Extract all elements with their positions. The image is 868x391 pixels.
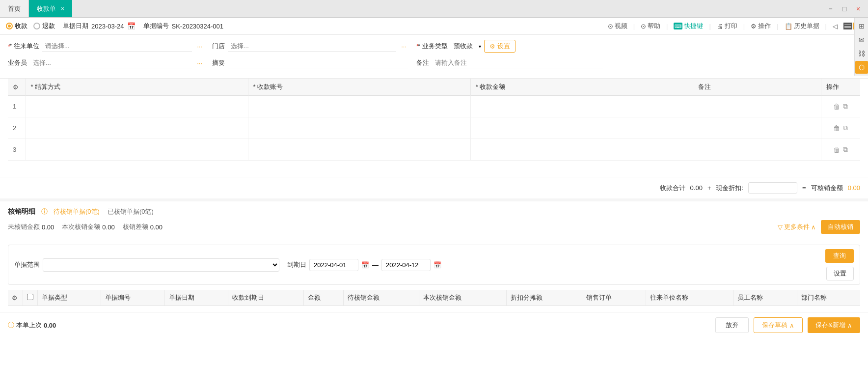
bottom-table: ⚙ 单据类型 单据编号 单据日期: [8, 290, 860, 306]
table-gear-icon[interactable]: ⚙: [13, 84, 19, 91]
history-button[interactable]: 📋 历史单据: [785, 22, 819, 30]
query-button[interactable]: 查询: [825, 249, 854, 263]
auto-verify-button[interactable]: 自动核销: [821, 220, 860, 234]
store-label: 门店: [212, 42, 225, 51]
filter-settings-button[interactable]: 设置: [826, 267, 854, 280]
counterpart-field: * * 往来单位 ···: [8, 41, 204, 52]
row-1-actions: 🗑 ⧉: [821, 96, 860, 117]
prev-button[interactable]: ◁: [833, 23, 838, 30]
col-amount: * 收款金额: [470, 79, 693, 96]
staff-field: 业务员 ···: [8, 57, 204, 68]
verify-stats: 未核销金额 0.00 本次核销金额 0.00 核销差额 0.00: [8, 223, 163, 231]
bottom-gear-icon[interactable]: ⚙: [12, 294, 18, 302]
row-3-note[interactable]: [693, 139, 821, 161]
plus-sign: +: [707, 184, 711, 192]
calendar-icon[interactable]: 📅: [127, 22, 136, 30]
carry-label: 本单上次: [16, 321, 42, 330]
sidebar-camera-icon[interactable]: ⬡: [855, 61, 868, 74]
discount-label: 现金折扣:: [716, 184, 743, 193]
video-icon: ⊙: [608, 23, 613, 30]
row-3-copy-icon[interactable]: ⧉: [843, 145, 848, 154]
date-from-input[interactable]: [309, 259, 358, 271]
counterpart-more-icon[interactable]: ···: [195, 43, 204, 50]
date-value: 2023-03-24: [91, 23, 124, 30]
abandon-button[interactable]: 放弃: [715, 317, 749, 333]
discount-input[interactable]: [748, 182, 797, 194]
done-tab[interactable]: 已核销单据(0笔): [108, 207, 154, 216]
row-3-account[interactable]: [248, 139, 470, 161]
note-input[interactable]: [432, 57, 603, 68]
row-1-account[interactable]: [248, 96, 470, 117]
sidebar-table-icon[interactable]: ⊞: [855, 20, 868, 32]
verify-info-icon[interactable]: ⓘ: [41, 207, 48, 216]
summary-label: 摘要: [212, 58, 225, 67]
tab-active[interactable]: 收款单 ×: [29, 0, 72, 17]
date-from-calendar-icon[interactable]: 📅: [361, 261, 369, 269]
col-due-date: 收款到期日: [228, 290, 304, 306]
date-to-calendar-icon[interactable]: 📅: [434, 261, 441, 269]
row-1-amount[interactable]: [470, 96, 693, 117]
col-due-date-label: 收款到期日: [232, 294, 264, 301]
radio-receipt[interactable]: 收款: [6, 22, 27, 30]
print-button[interactable]: 🖨 打印: [717, 22, 737, 30]
select-all-checkbox[interactable]: [27, 294, 33, 300]
row-1-settlement[interactable]: [26, 96, 248, 117]
sidebar-mail-icon[interactable]: ✉: [855, 33, 868, 46]
store-input[interactable]: [228, 41, 396, 52]
filter-actions: 查询 设置: [825, 249, 854, 280]
row-2-account[interactable]: [248, 117, 470, 139]
business-type-chevron[interactable]: ▾: [479, 44, 481, 49]
date-to-input[interactable]: [381, 259, 431, 271]
settings-button[interactable]: ⚙ 设置: [484, 40, 515, 53]
summary-row: 收款合计 0.00 + 现金折扣: = 可核销金额 0.00: [0, 177, 868, 198]
close-button[interactable]: ×: [852, 3, 864, 15]
range-select[interactable]: [43, 258, 279, 272]
col-amount-label: 金额: [308, 294, 321, 301]
col-doc-type: 单据类型: [37, 290, 101, 306]
row-2-delete-icon[interactable]: 🗑: [833, 124, 840, 132]
footer: ⓘ 本单上次 0.00 放弃 保存草稿 ∧ 保存&新增 ∧: [0, 312, 868, 338]
row-2-copy-icon[interactable]: ⧉: [843, 124, 848, 132]
video-button[interactable]: ⊙ 视频: [608, 22, 627, 30]
radio-receipt-label: 收款: [15, 22, 27, 30]
col-doc-num: 单据编号: [101, 290, 165, 306]
unchecked-label: 未核销金额: [8, 223, 40, 231]
pending-tab[interactable]: 待核销单据(0笔): [54, 207, 100, 216]
row-3-num: 3: [8, 139, 26, 161]
bottom-table-wrap: ⚙ 单据类型 单据编号 单据日期: [8, 290, 860, 306]
row-2-amount[interactable]: [470, 117, 693, 139]
row-2-note[interactable]: [693, 117, 821, 139]
shortcut-button[interactable]: ⌨ 快捷键: [674, 22, 703, 30]
note-label: 备注: [416, 58, 429, 67]
operation-button[interactable]: ⚙ 操作: [751, 22, 771, 30]
docnum-field: 单据编号 SK-20230324-001: [143, 22, 224, 30]
minimize-button[interactable]: －: [825, 3, 837, 15]
row-1-delete-icon[interactable]: 🗑: [833, 103, 840, 111]
save-new-button[interactable]: 保存&新增 ∧: [808, 317, 860, 333]
help-button[interactable]: ⊙ 帮助: [641, 22, 660, 30]
staff-more-icon[interactable]: ···: [195, 59, 204, 67]
row-3-delete-icon[interactable]: 🗑: [833, 146, 840, 154]
row-2-settlement[interactable]: [26, 117, 248, 139]
row-3-actions: 🗑 ⧉: [821, 139, 860, 161]
summary-input[interactable]: [228, 57, 408, 68]
staff-input[interactable]: [30, 57, 192, 68]
row-1-copy-icon[interactable]: ⧉: [843, 102, 848, 111]
col-counterpart-label: 往来单位名称: [650, 294, 688, 301]
maximize-button[interactable]: □: [839, 3, 850, 15]
row-3-settlement[interactable]: [26, 139, 248, 161]
store-more-icon[interactable]: ···: [399, 43, 408, 50]
tab-close-icon[interactable]: ×: [60, 4, 65, 13]
row-3-amount[interactable]: [470, 139, 693, 161]
docnum-value: SK-20230324-001: [172, 23, 224, 30]
row-1-note[interactable]: [693, 96, 821, 117]
counterpart-input[interactable]: [42, 41, 192, 52]
more-conditions-button[interactable]: ▽ 更多条件 ∧: [778, 223, 816, 231]
col-staff-label: 员工名称: [737, 294, 763, 301]
tab-home[interactable]: 首页: [0, 0, 29, 17]
save-draft-button[interactable]: 保存草稿 ∧: [754, 317, 803, 333]
settings-label: 设置: [497, 42, 510, 51]
col-staff: 员工名称: [733, 290, 797, 306]
radio-refund[interactable]: 退款: [33, 22, 55, 30]
sidebar-link-icon[interactable]: ⛓: [855, 47, 868, 60]
